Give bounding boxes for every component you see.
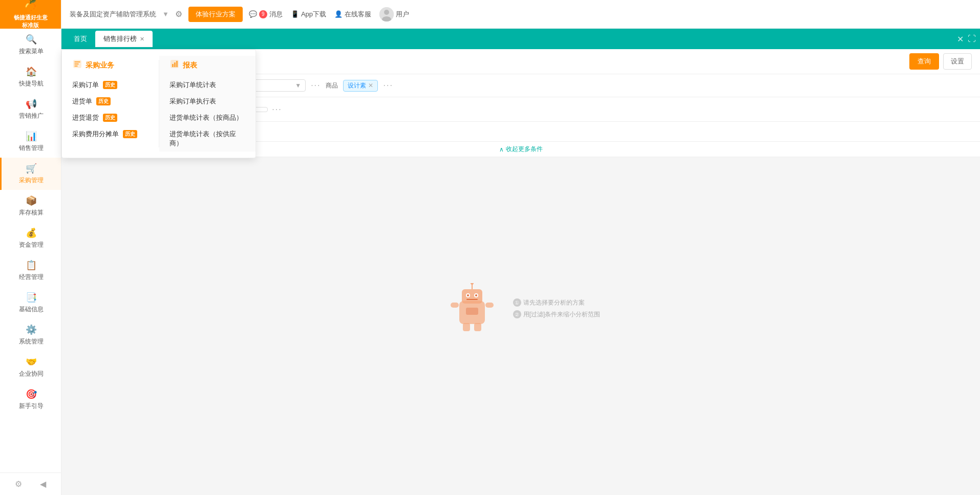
user-item[interactable]: 用户 <box>379 7 409 21</box>
sidebar-item-inventory[interactable]: 📦 库存核算 <box>0 190 61 222</box>
hint-text-1: 请先选择要分析的方案 <box>523 298 585 307</box>
empty-content: ① 请先选择要分析的方案 ② 用[过滤]条件来缩小分析范围 <box>441 283 601 334</box>
sidebar-item-label: 采购管理 <box>19 176 44 185</box>
menu-item-expense[interactable]: 采购费用分摊单 历史 <box>68 126 153 142</box>
svg-rect-19 <box>172 64 174 67</box>
topbar: 装备及固定资产辅助管理系统 ▼ ⚙ 体验行业方案 💬 9 消息 📱 App下载 … <box>61 0 980 29</box>
expense-label: 采购费用分摊单 <box>72 130 119 139</box>
sidebar-logo: 🍊 畅捷通好生意 标准版 <box>0 0 61 29</box>
close-window-icon[interactable]: ✕ <box>957 34 964 44</box>
menu-col-report: 报表 采购订单统计表 采购订单执行表 进货单统计表（按商品） 进货单统计表（按供… <box>159 56 256 152</box>
hint-num-1: ① <box>513 298 521 307</box>
sidebar-item-marketing[interactable]: 📢 营销推广 <box>0 93 61 125</box>
status-more-icon[interactable]: ··· <box>311 81 321 90</box>
menu-item-incoming[interactable]: 进货单 历史 <box>68 93 153 110</box>
svg-rect-20 <box>174 62 176 67</box>
message-item[interactable]: 💬 9 消息 <box>249 10 283 19</box>
sidebar-item-enterprise[interactable]: 🤝 企业协同 <box>0 351 61 383</box>
sidebar-item-newbie[interactable]: 🎯 新手引导 <box>0 383 61 416</box>
status-dropdown-icon: ▼ <box>295 82 301 89</box>
service-icon: 👤 <box>334 10 343 18</box>
message-badge: 9 <box>259 10 267 18</box>
svg-point-16 <box>471 283 474 285</box>
menu-item-incoming-stat-supplier[interactable]: 进货单统计表（按供应商） <box>165 126 250 152</box>
sidebar-item-operations[interactable]: 📋 经营管理 <box>0 254 61 287</box>
setting-button[interactable]: 设置 <box>943 53 972 70</box>
sidebar-item-label: 基础信息 <box>19 305 44 314</box>
tab-close-icon[interactable]: ✕ <box>140 36 144 42</box>
sales-icon: 📊 <box>26 131 37 142</box>
tab-home[interactable]: 首页 <box>66 31 95 47</box>
menu-item-return[interactable]: 进货退货 历史 <box>68 110 153 126</box>
tab-sales-rank[interactable]: 销售排行榜 ✕ <box>95 31 153 47</box>
search-icon: 🔍 <box>26 34 37 45</box>
goods-tag-value: 设计素 <box>348 81 366 90</box>
settings-button[interactable]: ⚙ <box>15 479 22 489</box>
sidebar-item-purchase[interactable]: 🛒 采购管理 <box>0 158 61 190</box>
sidebar-item-sales[interactable]: 📊 销售管理 <box>0 125 61 158</box>
purchase-menu-header-label: 采购业务 <box>86 61 114 70</box>
sidebar-item-search[interactable]: 🔍 搜索菜单 <box>0 29 61 61</box>
query-button[interactable]: 查询 <box>909 53 939 70</box>
finance-icon: 💰 <box>26 227 37 239</box>
empty-hints: ① 请先选择要分析的方案 ② 用[过滤]条件来缩小分析范围 <box>513 298 601 319</box>
system-dropdown-icon[interactable]: ▼ <box>162 10 169 18</box>
sidebar-bottom: ⚙ ◀ <box>0 472 61 495</box>
basic-icon: 📑 <box>26 292 37 303</box>
menu-item-purchase-order[interactable]: 采购订单 历史 <box>68 77 153 93</box>
topbar-right: 💬 9 消息 📱 App下载 👤 在线客服 用户 <box>249 7 409 21</box>
svg-rect-14 <box>485 303 494 308</box>
tab-home-label: 首页 <box>74 34 87 44</box>
sidebar-item-finance[interactable]: 💰 资金管理 <box>0 222 61 254</box>
maximize-icon[interactable]: ⛶ <box>968 34 976 44</box>
collapse-sidebar-button[interactable]: ◀ <box>40 479 46 489</box>
sidebar-item-label: 经营管理 <box>19 273 44 282</box>
purchase-order-label: 采购订单 <box>72 80 99 90</box>
goods-tag[interactable]: 设计素 ✕ <box>343 80 378 92</box>
avatar <box>379 7 394 21</box>
sidebar-item-system[interactable]: ⚙️ 系统管理 <box>0 319 61 351</box>
return-badge: 历史 <box>103 114 117 122</box>
gear-icon[interactable]: ⚙ <box>175 9 182 19</box>
system-name: 装备及固定资产辅助管理系统 <box>70 10 156 19</box>
tab-sales-rank-label: 销售排行榜 <box>103 34 137 44</box>
chevron-up-icon: ∧ <box>499 146 504 153</box>
report-menu-icon <box>169 59 180 72</box>
industry-button[interactable]: 体验行业方案 <box>188 7 243 22</box>
sidebar-item-label: 企业协同 <box>19 370 44 378</box>
goods-label: 商品 <box>326 81 338 90</box>
home-icon: 🏠 <box>26 66 37 77</box>
report-menu-header-label: 报表 <box>183 61 197 70</box>
menu-item-purchase-exec[interactable]: 采购订单执行表 <box>165 93 250 110</box>
purchase-menu-icon <box>72 59 82 72</box>
menu-header-report: 报表 <box>165 56 250 75</box>
goods-tag-close-icon[interactable]: ✕ <box>368 82 373 89</box>
empty-state: ① 请先选择要分析的方案 ② 用[过滤]条件来缩小分析范围 <box>61 157 980 460</box>
online-service-item[interactable]: 👤 在线客服 <box>334 10 371 19</box>
incoming-stat-goods-label: 进货单统计表（按商品） <box>169 113 243 122</box>
sidebar-item-label: 营销推广 <box>19 112 44 120</box>
tabbar: 首页 销售排行榜 ✕ ✕ ⛶ <box>61 29 980 49</box>
purchase-icon: 🛒 <box>26 163 37 174</box>
sidebar-item-basic[interactable]: 📑 基础信息 <box>0 287 61 319</box>
menu-item-incoming-stat-goods[interactable]: 进货单统计表（按商品） <box>165 110 250 126</box>
logo-icon: 🍊 <box>24 0 37 13</box>
sidebar-item-label: 新手引导 <box>19 402 44 411</box>
svg-point-1 <box>384 10 389 15</box>
sidebar-item-quicknav[interactable]: 🏠 快捷导航 <box>0 61 61 93</box>
system-icon: ⚙️ <box>26 324 37 335</box>
staff-more-icon[interactable]: ··· <box>272 105 282 114</box>
goods-more-icon[interactable]: ··· <box>383 81 393 90</box>
empty-hint-2: ② 用[过滤]条件来缩小分析范围 <box>513 310 601 319</box>
expense-badge: 历史 <box>123 130 137 138</box>
newbie-icon: 🎯 <box>26 389 37 400</box>
collapse-label: 收起更多条件 <box>506 145 543 154</box>
empty-hint-1: ① 请先选择要分析的方案 <box>513 298 601 307</box>
sidebar-item-label: 搜索菜单 <box>19 47 44 56</box>
menu-header-purchase: 采购业务 <box>68 56 153 75</box>
menu-item-purchase-stat[interactable]: 采购订单统计表 <box>165 77 250 93</box>
purchase-dropdown-menu: 采购业务 采购订单 历史 进货单 历史 进货退货 历史 采购费用分摊单 历史 <box>61 49 256 158</box>
purchase-order-badge: 历史 <box>103 81 117 89</box>
app-download-item[interactable]: 📱 App下载 <box>291 10 326 19</box>
message-label: 消息 <box>269 10 283 19</box>
